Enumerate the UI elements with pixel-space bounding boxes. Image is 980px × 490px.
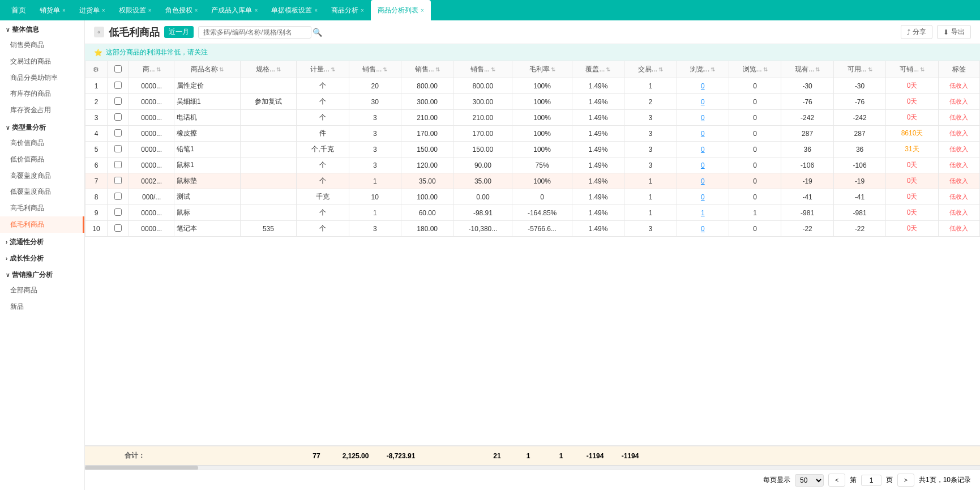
row-checkbox[interactable] — [107, 157, 129, 173]
sidebar-item-sales-products[interactable]: 销售类商品 — [0, 37, 84, 53]
row-views1[interactable]: 0 — [677, 94, 729, 110]
sidebar-item-all-products[interactable]: 全部商品 — [0, 282, 84, 299]
date-filter-button[interactable]: 近一月 — [164, 26, 194, 38]
sidebar-group-liquidity[interactable]: › 流通性分析 — [0, 233, 84, 249]
row-tag: 低收入 — [938, 221, 979, 237]
col-gross-margin[interactable]: 毛利率⇅ — [512, 61, 572, 78]
row-views1[interactable]: 0 — [677, 221, 729, 237]
nav-close-icon[interactable]: × — [102, 7, 105, 14]
row-tag: 低收入 — [938, 94, 979, 110]
col-coverage[interactable]: 覆盖...⇅ — [572, 61, 624, 78]
nav-role-auth[interactable]: 角色授权 × — [159, 0, 205, 20]
nav-product-analysis[interactable]: 商品分析 × — [324, 0, 371, 20]
nav-sales-order[interactable]: 销货单 × — [33, 0, 72, 20]
select-all-checkbox[interactable] — [114, 65, 122, 73]
row-views1[interactable]: 0 — [677, 126, 729, 142]
share-button[interactable]: ⤴ 分享 — [901, 25, 932, 39]
row-views1[interactable]: 1 — [677, 205, 729, 221]
col-views2[interactable]: 浏览...⇅ — [729, 61, 781, 78]
row-sales-amount: 60.00 — [401, 205, 453, 221]
row-checkbox[interactable] — [107, 110, 129, 126]
nav-purchase-order[interactable]: 进货单 × — [72, 0, 112, 20]
col-current-stock[interactable]: 现有...⇅ — [781, 61, 833, 78]
col-sales-amount[interactable]: 销售...⇅ — [401, 61, 453, 78]
row-gross-margin: -164.85% — [512, 205, 572, 221]
nav-close-icon[interactable]: × — [421, 7, 424, 14]
nav-close-icon[interactable]: × — [195, 7, 198, 14]
sidebar-group-marketing[interactable]: ∨ 营销推广分析 — [0, 266, 84, 282]
horizontal-scroll[interactable] — [85, 465, 980, 470]
col-settings[interactable]: ⚙ — [85, 61, 108, 78]
per-page-select[interactable]: 50 100 200 — [795, 474, 824, 487]
sidebar-item-new-products[interactable]: 新品 — [0, 299, 84, 315]
row-unit: 个 — [297, 78, 349, 94]
row-spec — [240, 173, 296, 189]
row-checkbox[interactable] — [107, 78, 129, 94]
col-views1[interactable]: 浏览...⇅ — [677, 61, 729, 78]
col-code[interactable]: 商...⇅ — [129, 61, 174, 78]
row-views1[interactable]: 0 — [677, 157, 729, 173]
sidebar-item-high-coverage[interactable]: 高覆盖度商品 — [0, 168, 84, 184]
col-available[interactable]: 可用...⇅ — [833, 61, 885, 78]
nav-close-icon[interactable]: × — [361, 7, 364, 14]
col-sales-qty[interactable]: 销售...⇅ — [349, 61, 401, 78]
nav-close-icon[interactable]: × — [148, 7, 152, 14]
sidebar-item-high-margin[interactable]: 高毛利商品 — [0, 200, 84, 216]
next-page-button[interactable]: ＞ — [897, 474, 914, 487]
row-views1[interactable]: 0 — [677, 78, 729, 94]
row-views1[interactable]: 0 — [677, 142, 729, 157]
nav-close-icon[interactable]: × — [62, 7, 66, 14]
row-views1[interactable]: 0 — [677, 189, 729, 205]
row-spec — [240, 205, 296, 221]
row-views1[interactable]: 0 — [677, 110, 729, 126]
col-name[interactable]: 商品名称⇅ — [174, 61, 240, 78]
sidebar: ∨ 整体信息 销售类商品 交易过的商品 商品分类助销率 有库存的商品 库存资金占… — [0, 20, 85, 490]
row-transactions: 3 — [624, 221, 677, 237]
row-checkbox[interactable] — [107, 94, 129, 110]
footer-views2: 1 — [545, 452, 577, 460]
sidebar-item-traded-products[interactable]: 交易过的商品 — [0, 53, 84, 70]
row-current-stock: -106 — [781, 157, 833, 173]
sidebar-collapse-button[interactable]: « — [94, 27, 104, 37]
col-spec[interactable]: 规格...⇅ — [240, 61, 296, 78]
sidebar-item-stock-capital[interactable]: 库存资金占用 — [0, 102, 84, 118]
sidebar-group-overall[interactable]: ∨ 整体信息 — [0, 20, 84, 37]
sidebar-group-growth[interactable]: › 成长性分析 — [0, 249, 84, 266]
search-icon-button[interactable]: 🔍 — [313, 28, 322, 37]
row-checkbox[interactable] — [107, 205, 129, 221]
top-navigation: 首页 销货单 × 进货单 × 权限设置 × 角色授权 × 产成品入库单 × 单据… — [0, 0, 980, 20]
sidebar-item-low-coverage[interactable]: 低覆盖度商品 — [0, 184, 84, 200]
sidebar-item-category-assist-rate[interactable]: 商品分类助销率 — [0, 70, 84, 86]
nav-close-icon[interactable]: × — [254, 7, 258, 14]
row-current-stock: 36 — [781, 142, 833, 157]
row-checkbox[interactable] — [107, 189, 129, 205]
row-checkbox[interactable] — [107, 126, 129, 142]
nav-permission-settings[interactable]: 权限设置 × — [112, 0, 159, 20]
col-saleable[interactable]: 可销...⇅ — [886, 61, 938, 78]
row-views1[interactable]: 0 — [677, 173, 729, 189]
row-sales-qty: 30 — [349, 94, 401, 110]
row-coverage: 1.49% — [572, 126, 624, 142]
search-input[interactable] — [198, 26, 311, 39]
page-number-input[interactable] — [861, 475, 881, 486]
sidebar-group-type-analysis[interactable]: ∨ 类型量分析 — [0, 118, 84, 135]
sidebar-item-in-stock-products[interactable]: 有库存的商品 — [0, 86, 84, 102]
export-button[interactable]: ⬇ 导出 — [937, 25, 971, 39]
nav-close-icon[interactable]: × — [314, 7, 318, 14]
col-tag[interactable]: 标签 — [938, 61, 979, 78]
nav-home[interactable]: 首页 — [5, 0, 33, 20]
col-transactions[interactable]: 交易...⇅ — [624, 61, 677, 78]
sidebar-item-high-value[interactable]: 高价值商品 — [0, 135, 84, 151]
row-checkbox[interactable] — [107, 173, 129, 189]
col-sales-profit[interactable]: 销售...⇅ — [453, 61, 512, 78]
col-unit[interactable]: 计量...⇅ — [297, 61, 349, 78]
nav-product-analysis-list[interactable]: 商品分析列表 × — [371, 0, 431, 20]
sidebar-item-low-margin[interactable]: 低毛利商品 — [0, 216, 84, 233]
nav-template-settings[interactable]: 单据模板设置 × — [264, 0, 324, 20]
col-checkbox[interactable] — [107, 61, 129, 78]
row-checkbox[interactable] — [107, 221, 129, 237]
prev-page-button[interactable]: ＜ — [828, 474, 845, 487]
nav-product-inbound[interactable]: 产成品入库单 × — [204, 0, 264, 20]
row-checkbox[interactable] — [107, 142, 129, 157]
sidebar-item-low-value[interactable]: 低价值商品 — [0, 151, 84, 168]
